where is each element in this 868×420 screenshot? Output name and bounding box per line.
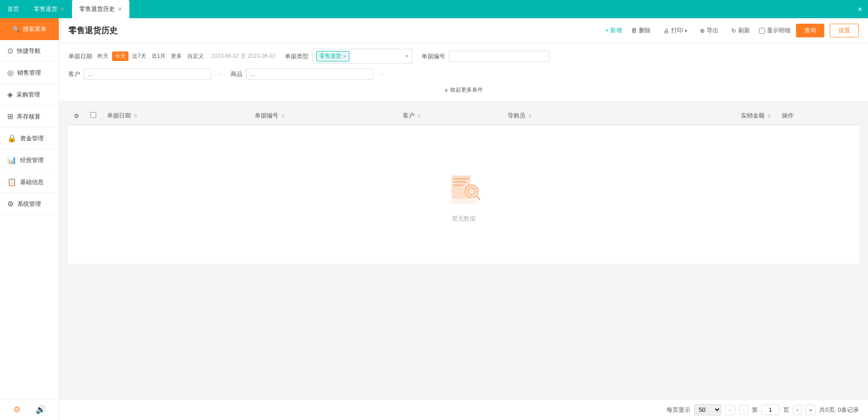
purchase-mgmt-icon: ◈	[7, 90, 13, 99]
per-page-select[interactable]: 50 10 20 100	[694, 404, 721, 415]
page-header: 零售退货历史 + 新增 🗑 删除 🖨 打印 ▾ ⊕ 导出 ↻ 刷新	[59, 18, 868, 43]
empty-state-row: 暂无数据	[68, 125, 859, 264]
customer-input[interactable]	[84, 68, 211, 80]
delete-button[interactable]: 🗑 删除	[627, 25, 654, 36]
top-bar: 首页 零售退货 ✕ 零售退货历史 ✕ ✕	[0, 0, 868, 18]
sidebar-item-purchase-mgmt[interactable]: ◈ 采购管理	[0, 84, 59, 106]
table-area: ⚙ 单据日期 ⇅ 单据编号 ⇅	[59, 102, 868, 399]
goods-browse-icon[interactable]: ···	[379, 71, 384, 77]
per-page-label: 每页显示	[667, 406, 690, 414]
doc-no-filter-label: 单据编号	[421, 52, 445, 61]
tab-home[interactable]: 首页	[0, 0, 26, 18]
th-doc-no: 单据编号 ⇅	[249, 107, 397, 125]
date-opt-1month[interactable]: 近1月	[150, 51, 168, 61]
export-icon: ⊕	[700, 27, 705, 34]
sort-guide-icon[interactable]: ⇅	[528, 113, 532, 118]
first-page-button[interactable]: «	[725, 405, 735, 415]
audio-bottom-icon[interactable]: 🔊	[36, 405, 46, 415]
sidebar-search[interactable]: 🔍 搜索菜单	[0, 18, 59, 40]
customer-filter-label: 客户	[68, 70, 80, 78]
goods-input[interactable]	[246, 68, 374, 80]
date-filter-field: 单据日期 昨天 今天 近7天 近1月 更多 自定义 2023-06-02 至 2…	[68, 51, 276, 61]
sidebar-item-sys-mgmt[interactable]: ⚙ 系统管理	[0, 193, 59, 215]
last-page-button[interactable]: »	[806, 405, 816, 415]
sort-amount-icon[interactable]: ⇅	[767, 113, 771, 118]
collapse-chevron-icon: ∧	[444, 87, 448, 93]
svg-rect-2	[453, 178, 469, 179]
page-title: 零售退货历史	[68, 25, 118, 36]
query-button[interactable]: 查询	[796, 24, 824, 37]
data-table: ⚙ 单据日期 ⇅ 单据编号 ⇅	[68, 107, 859, 264]
gear-icon[interactable]: ⚙	[74, 113, 79, 119]
tab-retail-return[interactable]: 零售退货 ✕	[26, 0, 72, 18]
date-opt-today[interactable]: 今天	[112, 51, 128, 61]
doc-type-filter-field: 单据类型 零售退货 × ▾	[285, 49, 412, 64]
page-number-input[interactable]	[761, 405, 780, 415]
quick-nav-icon: ⊙	[7, 46, 13, 55]
date-range-display: 2023-06-02 至 2023-06-02	[211, 52, 275, 60]
date-opt-more[interactable]: 更多	[169, 51, 184, 61]
total-text: 共0页, 0条记录	[819, 406, 859, 414]
th-amount: 实销金额 ⇅	[629, 107, 776, 125]
sidebar-bottom: ⚙ 🔊	[0, 399, 59, 420]
th-customer: 客户 ⇅	[397, 107, 502, 125]
goods-filter-label: 商品	[231, 70, 242, 78]
prev-page-button[interactable]: ‹	[739, 405, 748, 415]
doc-type-select[interactable]: 零售退货 × ▾	[312, 49, 412, 64]
doc-type-tag: 零售退货 ×	[316, 51, 349, 61]
new-button[interactable]: + 新增	[605, 26, 622, 35]
close-tab-retail-return[interactable]: ✕	[60, 6, 65, 12]
sidebar-item-capital-mgmt[interactable]: 🔒 资金管理	[0, 128, 59, 149]
topbar-right-close[interactable]: ✕	[858, 6, 863, 13]
empty-state-cell: 暂无数据	[68, 125, 859, 264]
goods-filter-field: 商品 ···	[231, 68, 384, 80]
th-date: 单据日期 ⇅	[102, 107, 249, 125]
sort-doc-no-icon[interactable]: ⇅	[281, 113, 285, 118]
collapse-bar[interactable]: ∧ 收起更多条件	[68, 84, 859, 96]
svg-line-7	[476, 196, 480, 200]
doc-type-tag-remove[interactable]: ×	[343, 53, 346, 60]
content-area: 零售退货历史 + 新增 🗑 删除 🖨 打印 ▾ ⊕ 导出 ↻ 刷新	[59, 18, 868, 420]
empty-state: 暂无数据	[74, 130, 853, 259]
date-filter-label: 单据日期	[68, 52, 92, 61]
show-detail-checkbox[interactable]	[759, 28, 765, 34]
customer-browse-icon[interactable]: ···	[217, 71, 221, 77]
table-body: 暂无数据	[68, 125, 859, 264]
sidebar-item-sales-mgmt[interactable]: ◎ 销售管理	[0, 62, 59, 84]
header-actions: + 新增 🗑 删除 🖨 打印 ▾ ⊕ 导出 ↻ 刷新 显示明细	[605, 24, 859, 37]
date-opt-7days[interactable]: 近7天	[130, 51, 148, 61]
sidebar-item-quick-nav[interactable]: ⊙ 快捷导航	[0, 40, 59, 62]
doc-type-chevron-icon: ▾	[406, 53, 408, 59]
tab-retail-return-history[interactable]: 零售退货历史 ✕	[72, 0, 129, 18]
th-gear: ⚙	[68, 107, 85, 125]
sidebar: 🔍 搜索菜单 ⊙ 快捷导航 ◎ 销售管理 ◈ 采购管理 ⊞ 库存核算 🔒 资金管…	[0, 18, 59, 420]
refresh-button[interactable]: ↻ 刷新	[728, 25, 754, 36]
sidebar-item-ops-mgmt[interactable]: 📊 经营管理	[0, 149, 59, 171]
doc-no-filter-field: 单据编号	[421, 51, 549, 62]
doc-type-filter-label: 单据类型	[285, 52, 308, 61]
select-all-checkbox[interactable]	[90, 112, 96, 118]
sidebar-item-basic-info[interactable]: 📋 基础信息	[0, 171, 59, 193]
filter-row-2: 客户 ··· 商品 ···	[68, 68, 859, 80]
ops-mgmt-icon: 📊	[7, 156, 16, 164]
sidebar-item-inventory-check[interactable]: ⊞ 库存核算	[0, 106, 59, 128]
settings-button[interactable]: 设置	[830, 24, 859, 37]
capital-mgmt-icon: 🔒	[7, 134, 16, 143]
filter-area: 单据日期 昨天 今天 近7天 近1月 更多 自定义 2023-06-02 至 2…	[59, 43, 868, 102]
next-page-button[interactable]: ›	[793, 405, 802, 415]
settings-bottom-icon[interactable]: ⚙	[13, 405, 21, 415]
date-opt-yesterday[interactable]: 昨天	[96, 51, 110, 61]
basic-info-icon: 📋	[7, 178, 16, 186]
show-detail-checkbox-label[interactable]: 显示明细	[759, 26, 791, 35]
sort-date-icon[interactable]: ⇅	[134, 113, 137, 118]
search-icon: 🔍	[13, 26, 20, 33]
close-tab-retail-return-history[interactable]: ✕	[118, 6, 122, 12]
refresh-icon: ↻	[731, 27, 736, 34]
export-button[interactable]: ⊕ 导出	[696, 25, 722, 36]
doc-no-input[interactable]	[449, 51, 549, 62]
sales-mgmt-icon: ◎	[7, 68, 14, 77]
sort-customer-icon[interactable]: ⇅	[417, 113, 421, 118]
print-button[interactable]: 🖨 打印 ▾	[660, 25, 691, 36]
date-opt-custom[interactable]: 自定义	[185, 51, 205, 61]
filter-row-1: 单据日期 昨天 今天 近7天 近1月 更多 自定义 2023-06-02 至 2…	[68, 49, 859, 64]
